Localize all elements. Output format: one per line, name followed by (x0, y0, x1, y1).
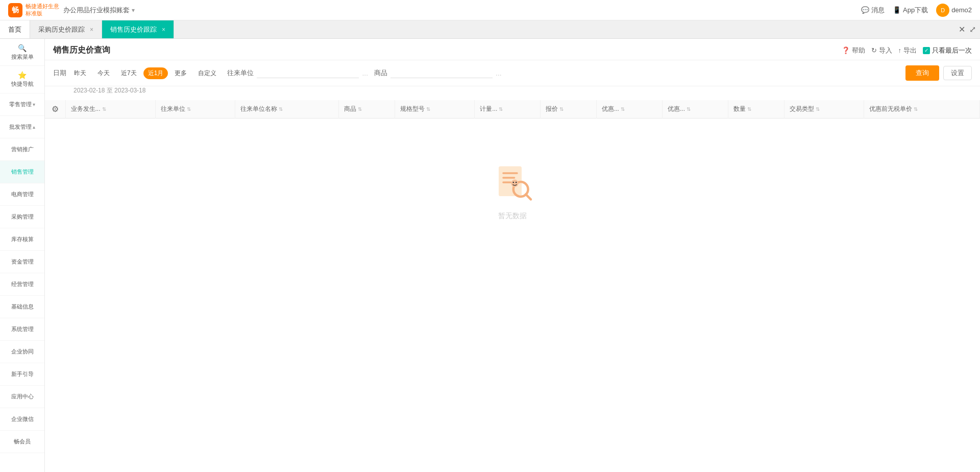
chevron-down-icon: ▾ (132, 7, 135, 14)
partner-filter-label: 往来单位 (227, 68, 254, 78)
tab-home-label: 首页 (8, 25, 21, 34)
sidebar-item-purchase-mgmt[interactable]: 采购管理 (0, 206, 44, 228)
export-icon: ↑ (898, 46, 902, 54)
sidebar-item-quick-nav[interactable]: ⭐ 快捷导航 (0, 66, 44, 93)
date-btn-custom[interactable]: 自定义 (193, 67, 221, 79)
tab-bar: 首页 采购历史价跟踪 × 销售历史价跟踪 × ✕ ⤢ (0, 20, 980, 39)
maximize-button[interactable]: ⤢ (969, 25, 976, 34)
tab-home[interactable]: 首页 (0, 20, 30, 38)
top-bar-right: 💬 消息 📱 App下载 D demo2 (861, 4, 972, 17)
table-col-spec[interactable]: 规格型号 ⇅ (395, 100, 474, 119)
data-table: ⚙ 业务发生... ⇅ 往来单位 ⇅ (45, 100, 980, 119)
date-btn-last1month[interactable]: 近1月 (143, 67, 168, 79)
sidebar-item-member[interactable]: 畅会员 (0, 431, 44, 453)
table-col-pre-tax-price[interactable]: 优惠前无税单价 ⇅ (864, 100, 980, 119)
date-filter-group: 日期 昨天 今天 近7天 近1月 更多 自定义 (53, 67, 221, 79)
sidebar-item-wholesale[interactable]: 批发管理 ▴ (0, 116, 44, 138)
checkbox-checked-icon: ✓ (923, 47, 930, 54)
download-icon: 📱 (893, 6, 901, 14)
sort-icon: ⇅ (621, 106, 625, 112)
table-col-settings[interactable]: ⚙ (45, 100, 65, 119)
search-icon: 🔍 (18, 44, 27, 52)
empty-text: 暂无数据 (498, 211, 527, 221)
product-filter-group: 商品 ... (374, 68, 502, 78)
date-btn-more[interactable]: 更多 (170, 67, 191, 79)
sort-icon: ⇅ (816, 106, 820, 112)
date-btn-yesterday[interactable]: 昨天 (69, 67, 91, 79)
filter-bar: 日期 昨天 今天 近7天 近1月 更多 自定义 往来单位 ... 商品 ... (45, 60, 980, 86)
tab-purchase-history[interactable]: 采购历史价跟踪 × (30, 20, 102, 38)
chevron-down-icon: ▾ (33, 102, 35, 107)
product-input[interactable] (390, 68, 493, 78)
svg-line-5 (526, 194, 531, 199)
table-col-unit[interactable]: 计量... ⇅ (475, 100, 541, 119)
sidebar-item-sales-mgmt[interactable]: 销售管理 (0, 161, 44, 183)
table-col-quote[interactable]: 报价 ⇅ (541, 100, 597, 119)
tab-purchase-close-icon[interactable]: × (90, 26, 93, 33)
user-menu[interactable]: D demo2 (936, 4, 972, 17)
sidebar-item-operations[interactable]: 经营管理 (0, 273, 44, 296)
date-buttons: 昨天 今天 近7天 近1月 更多 自定义 (69, 67, 221, 79)
star-icon: ⭐ (18, 71, 27, 79)
table-col-trade-type[interactable]: 交易类型 ⇅ (784, 100, 864, 119)
help-button[interactable]: ❓ 帮助 (842, 46, 865, 55)
sidebar-item-inventory[interactable]: 库存核算 (0, 228, 44, 251)
sort-icon: ⇅ (747, 106, 751, 112)
export-button[interactable]: ↑ 导出 (898, 46, 917, 55)
message-icon: 💬 (861, 6, 869, 14)
partner-dots[interactable]: ... (362, 69, 368, 77)
sidebar-item-retail[interactable]: 零售管理 ▾ (0, 93, 44, 116)
message-button[interactable]: 💬 消息 (861, 6, 885, 15)
date-range-row: 2023-02-18 至 2023-03-18 (45, 86, 980, 100)
sidebar-item-enterprise[interactable]: 企业协同 (0, 341, 44, 363)
table-col-partner-code[interactable]: 往来单位 ⇅ (155, 100, 235, 119)
tab-sales-history[interactable]: 销售历史价跟踪 × (102, 20, 174, 38)
close-tab-button[interactable]: ✕ (959, 25, 965, 34)
sidebar-item-wechat[interactable]: 企业微信 (0, 408, 44, 431)
date-btn-last7days[interactable]: 近7天 (116, 67, 141, 79)
page-header-actions: ❓ 帮助 ↻ 导入 ↑ 导出 ✓ 只看最后一次 (842, 46, 972, 55)
tab-controls: ✕ ⤢ (954, 20, 980, 38)
import-button[interactable]: ↻ 导入 (871, 46, 892, 55)
sidebar-item-system[interactable]: 系统管理 (0, 318, 44, 341)
tab-sales-history-label: 销售历史价跟踪 (110, 25, 157, 34)
logo-area: 畅 畅捷通好生意 标准版 (8, 3, 59, 17)
date-btn-today[interactable]: 今天 (93, 67, 114, 79)
sidebar-item-guide[interactable]: 新手引导 (0, 363, 44, 386)
sidebar-item-ecommerce[interactable]: 电商管理 (0, 183, 44, 206)
sidebar-item-marketing[interactable]: 营销推广 (0, 138, 44, 161)
table-col-partner-name[interactable]: 往来单位名称 ⇅ (235, 100, 338, 119)
sort-icon: ⇅ (358, 106, 362, 112)
logo-icon: 畅 (8, 3, 22, 17)
svg-rect-3 (502, 181, 511, 183)
table-col-discount2[interactable]: 优惠... ⇅ (663, 100, 728, 119)
table-col-product[interactable]: 商品 ⇅ (339, 100, 395, 119)
industry-selector[interactable]: 办公用品行业模拟账套 ▾ (63, 6, 135, 15)
table-col-quantity[interactable]: 数量 ⇅ (728, 100, 785, 119)
sidebar: 🔍 搜索菜单 ⭐ 快捷导航 零售管理 ▾ 批发管理 ▴ 营销推广 销售管理 电商… (0, 39, 45, 472)
sidebar-item-app-center[interactable]: 应用中心 (0, 386, 44, 408)
top-bar: 畅 畅捷通好生意 标准版 办公用品行业模拟账套 ▾ 💬 消息 📱 App下载 D… (0, 0, 980, 20)
table-header-row: ⚙ 业务发生... ⇅ 往来单位 ⇅ (45, 100, 980, 119)
settings-button[interactable]: 设置 (943, 66, 972, 80)
only-last-checkbox-label[interactable]: ✓ 只看最后一次 (923, 46, 972, 55)
sort-icon: ⇅ (914, 106, 918, 112)
partner-input[interactable] (257, 68, 359, 78)
chevron-up-icon: ▴ (33, 124, 35, 130)
svg-point-7 (512, 182, 514, 183)
sort-icon: ⇅ (687, 106, 691, 112)
sidebar-item-basics[interactable]: 基础信息 (0, 296, 44, 318)
query-button[interactable]: 查询 (905, 65, 939, 81)
table-col-biz-date[interactable]: 业务发生... ⇅ (65, 100, 155, 119)
sidebar-item-finance[interactable]: 资金管理 (0, 251, 44, 273)
table-col-discount1[interactable]: 优惠... ⇅ (596, 100, 662, 119)
sidebar-item-search[interactable]: 🔍 搜索菜单 (0, 39, 44, 66)
app-download-button[interactable]: 📱 App下载 (893, 6, 928, 15)
settings-gear-icon[interactable]: ⚙ (52, 105, 59, 113)
sort-icon: ⇅ (187, 106, 191, 112)
tab-sales-close-icon[interactable]: × (162, 26, 165, 33)
product-dots[interactable]: ... (496, 69, 502, 77)
date-filter-label: 日期 (53, 68, 66, 78)
empty-state: 暂无数据 (45, 119, 980, 262)
svg-point-6 (511, 180, 518, 187)
